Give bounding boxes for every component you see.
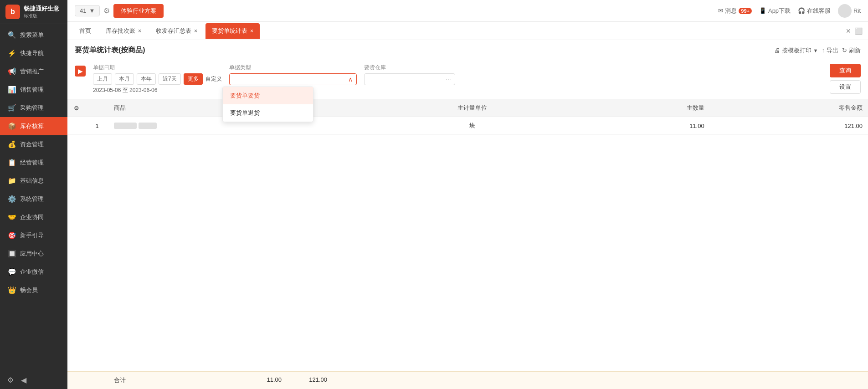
- sidebar-item-enterprise-wechat[interactable]: 💬 企业微信: [0, 263, 67, 281]
- print-icon: 🖨: [774, 47, 780, 54]
- chat-icon: 💬: [7, 267, 16, 276]
- money-icon: 💰: [7, 140, 16, 149]
- app-download-btn[interactable]: 📱 App下载: [759, 7, 791, 15]
- date-btn-last-7days[interactable]: 近7天: [159, 73, 181, 85]
- promo-button[interactable]: 体验行业方案: [113, 4, 164, 18]
- messages-btn[interactable]: ✉ 消息 99+: [718, 7, 752, 15]
- sidebar-item-purchase[interactable]: 🛒 采购管理: [0, 99, 67, 117]
- sidebar-item-vip-member[interactable]: 👑 畅会员: [0, 281, 67, 299]
- main-area: 41 ▼ ⚙ 体验行业方案 ✉ 消息 99+ 📱 App下载 🎧 在线客服 R: [67, 0, 868, 389]
- logo-icon: b: [5, 5, 20, 19]
- sidebar-item-basic-info[interactable]: 📁 基础信息: [0, 172, 67, 190]
- gear-icon: ⚙️: [7, 194, 16, 204]
- sidebar-item-business[interactable]: 📋 经营管理: [0, 154, 67, 172]
- tab-requisition-close[interactable]: ×: [250, 28, 253, 34]
- date-btn-this-year[interactable]: 本年: [137, 73, 156, 85]
- close-window-icon[interactable]: ✕: [846, 27, 851, 35]
- th-settings[interactable]: ⚙: [67, 99, 86, 117]
- dropdown-item-requisition-return[interactable]: 要货单退货: [223, 104, 313, 122]
- td-row-num: 1: [86, 117, 108, 135]
- product-cell: [114, 123, 388, 129]
- date-filter-buttons: 上月 本月 本年 近7天 更多 自定义: [93, 73, 222, 85]
- export-btn[interactable]: ↑ 导出: [822, 46, 839, 55]
- filter-bar: ▶ 单据日期 上月 本月 本年 近7天 更多 自定义 2023-05-06 至 …: [67, 59, 868, 99]
- refresh-btn[interactable]: ↻ 刷新: [842, 46, 861, 55]
- sidebar-collapse-btn[interactable]: ◀: [21, 376, 26, 384]
- warehouse-filter-label: 要货仓库: [364, 64, 455, 72]
- settings-button[interactable]: 设置: [830, 80, 861, 94]
- topbar-left: 41 ▼ ⚙ 体验行业方案: [75, 4, 164, 18]
- tab-requisition[interactable]: 要货单统计表 ×: [205, 23, 260, 39]
- chart-icon: 📊: [7, 85, 16, 94]
- service-icon: 🎧: [798, 7, 805, 14]
- avatar: [838, 4, 852, 18]
- tab-inventory-batch[interactable]: 库存批次账 ×: [99, 23, 148, 39]
- dropdown-value: 41: [80, 7, 86, 14]
- warehouse-input-wrap[interactable]: ···: [364, 73, 455, 85]
- tab-receivables-close[interactable]: ×: [194, 28, 197, 34]
- clipboard-icon: 📋: [7, 158, 16, 167]
- type-filter-input[interactable]: [233, 76, 348, 83]
- app-download-label: App下载: [768, 7, 791, 15]
- message-icon: ✉: [718, 7, 723, 14]
- user-avatar-btn[interactable]: Rit: [838, 4, 861, 18]
- messages-label: 消息: [725, 7, 737, 15]
- sidebar-item-system[interactable]: ⚙️ 系统管理: [0, 190, 67, 208]
- date-custom-label[interactable]: 自定义: [205, 75, 222, 83]
- td-unit: 块: [393, 117, 551, 135]
- footer-unit-spacer: [196, 376, 241, 384]
- product-code-placeholder: [139, 123, 157, 129]
- date-filter-label: 单据日期: [93, 64, 222, 72]
- sidebar-settings-icon[interactable]: ⚙: [7, 376, 14, 384]
- date-btn-more[interactable]: 更多: [184, 73, 203, 85]
- sidebar-item-marketing[interactable]: 📢 营销推广: [0, 62, 67, 81]
- sidebar-item-beginner-guide[interactable]: 🎯 新手引导: [0, 226, 67, 245]
- date-btn-last-month[interactable]: 上月: [93, 73, 112, 85]
- maximize-window-icon[interactable]: ⬜: [855, 27, 863, 35]
- sidebar-item-inventory[interactable]: 📦 库存核算: [0, 117, 67, 135]
- date-filter-field: 单据日期 上月 本月 本年 近7天 更多 自定义 2023-05-06 至 20…: [93, 64, 222, 94]
- search-icon: 🔍: [7, 31, 16, 40]
- filter-action-buttons: 查询 设置: [830, 64, 861, 94]
- sidebar-item-app-center[interactable]: 🔲 应用中心: [0, 245, 67, 263]
- product-name-placeholder: [114, 123, 137, 129]
- sidebar-item-quick-nav[interactable]: ⚡ 快捷导航: [0, 44, 67, 62]
- table-footer: 合计 11.00 121.00: [67, 371, 868, 389]
- tab-receivables[interactable]: 收发存汇总表 ×: [149, 23, 204, 39]
- td-amount: 121.00: [710, 117, 868, 135]
- sidebar: b 畅捷通好生意 标准版 🔍 搜索菜单 ⚡ 快捷导航 📢 营销推广 📊 销售管理…: [0, 0, 67, 389]
- warehouse-filter-input[interactable]: [368, 76, 446, 83]
- sidebar-item-sales[interactable]: 📊 销售管理: [0, 81, 67, 99]
- data-table: ⚙ 商品 主计量单位 主数量 零售金额 1: [67, 99, 868, 135]
- handshake-icon: 🤝: [7, 213, 16, 222]
- date-btn-this-month[interactable]: 本月: [115, 73, 134, 85]
- sidebar-item-search[interactable]: 🔍 搜索菜单: [0, 26, 67, 44]
- filter-toggle-btn[interactable]: ▶: [75, 66, 86, 77]
- type-caret-icon[interactable]: ∧: [348, 76, 353, 83]
- date-range-display: 2023-05-06 至 2023-06-06: [93, 87, 222, 94]
- query-button[interactable]: 查询: [830, 64, 861, 77]
- dropdown-item-requisition-order[interactable]: 要货单要货: [223, 87, 313, 104]
- type-input-wrap[interactable]: ∧: [229, 73, 357, 85]
- topbar-dropdown[interactable]: 41 ▼: [75, 5, 100, 16]
- folder-icon: 📁: [7, 176, 16, 185]
- page-header: 要货单统计表(按商品) 🖨 按模板打印 ▼ ↑ 导出 ↻ 刷新: [67, 40, 868, 59]
- footer-label: 合计: [114, 376, 196, 384]
- th-quantity: 主数量: [551, 99, 709, 117]
- type-dropdown-menu: 要货单要货 要货单退货: [222, 87, 313, 122]
- tab-receivables-label: 收发存汇总表: [156, 27, 191, 35]
- sidebar-item-enterprise-collab[interactable]: 🤝 企业协同: [0, 208, 67, 226]
- tab-home[interactable]: 首页: [73, 23, 98, 39]
- filter-fields: 单据日期 上月 本月 本年 近7天 更多 自定义 2023-05-06 至 20…: [93, 64, 822, 94]
- online-service-btn[interactable]: 🎧 在线客服: [798, 7, 831, 15]
- warehouse-more-icon[interactable]: ···: [446, 76, 451, 83]
- user-name: Rit: [853, 7, 861, 14]
- export-icon: ↑: [822, 47, 825, 54]
- print-template-btn[interactable]: 🖨 按模板打印 ▼: [774, 46, 818, 55]
- tab-inventory-batch-close[interactable]: ×: [138, 28, 141, 34]
- sidebar-item-finance[interactable]: 💰 资金管理: [0, 135, 67, 154]
- footer-empty2: [91, 376, 114, 384]
- print-chevron-icon: ▼: [813, 48, 818, 53]
- topbar-gear-icon[interactable]: ⚙: [103, 6, 110, 15]
- lightning-icon: ⚡: [7, 49, 16, 58]
